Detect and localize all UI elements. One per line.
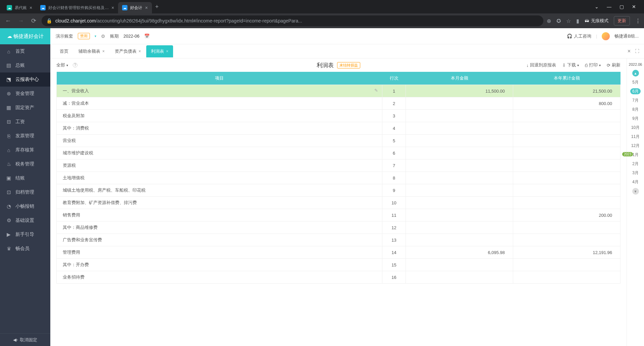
month-next-icon[interactable]: ▼ xyxy=(632,188,639,195)
nav-forward[interactable]: → xyxy=(16,17,25,24)
print-button[interactable]: ⎙ 打印 ▾ xyxy=(585,62,601,68)
month-prev-icon[interactable]: ▲ xyxy=(632,70,639,77)
month-item[interactable]: 7月 xyxy=(627,96,644,105)
month-item[interactable]: 9月 xyxy=(627,114,644,123)
sidebar-item[interactable]: ⬔ 云报表中心 xyxy=(0,72,50,87)
month-item[interactable]: 4月 xyxy=(627,178,644,187)
consult-button[interactable]: 🎧 人工咨询 xyxy=(567,33,591,39)
sidebar-unpin[interactable]: ◀▫ 取消固定 xyxy=(0,333,50,346)
refresh-button[interactable]: ⟳ 刷新 xyxy=(607,62,621,68)
table-row[interactable]: 营业税 5 xyxy=(57,135,621,147)
url-field[interactable]: 🔒 cloud2.chanjet.com/accounting/uh26t264… xyxy=(42,15,543,26)
month-item[interactable]: 2月 xyxy=(627,159,644,168)
tab-close-icon[interactable]: × xyxy=(30,5,32,10)
tab-close-icon[interactable]: × xyxy=(166,49,168,54)
month-item[interactable]: 5月 xyxy=(627,78,644,87)
user-name[interactable]: 畅捷通B组... xyxy=(614,33,639,39)
table-row[interactable]: 其中：消费税 4 xyxy=(57,122,621,135)
month-item[interactable]: 10月 xyxy=(627,123,644,132)
nav-back[interactable]: ← xyxy=(3,17,13,24)
month-item[interactable]: 3月 xyxy=(627,168,644,178)
table-row[interactable]: 其中：开办费 15 xyxy=(57,259,621,271)
account-selector[interactable]: 演示账套 xyxy=(56,33,73,39)
cell-item: 土地增值税 xyxy=(57,172,382,184)
incognito-icon: 🕶 xyxy=(585,18,589,23)
tab-close-icon[interactable]: × xyxy=(139,49,141,54)
sidebar-item[interactable]: ⊡ 归档管理 xyxy=(0,185,50,199)
calendar-icon[interactable]: 📅 xyxy=(144,34,150,39)
sidebar-item[interactable]: ⊟ 工资 xyxy=(0,115,50,129)
table-row[interactable]: 教育费附加、矿产资源补偿费、排污费 10 xyxy=(57,197,621,209)
sidebar-item[interactable]: ♨ 税务管理 xyxy=(0,157,50,171)
main-area: 演示账套 禁用 ▾ ⚙ 账期 2022-06 📅 🎧 人工咨询 | 畅捷通B组.… xyxy=(50,28,644,346)
sidebar-item[interactable]: ▣ 结账 xyxy=(0,171,50,185)
month-item[interactable]: 12月 xyxy=(627,141,644,150)
close-all-tabs-icon[interactable]: ✕ xyxy=(627,49,631,54)
page-tab[interactable]: 首页 xyxy=(55,45,73,57)
tab-close-icon[interactable]: × xyxy=(102,49,105,54)
sidebar-item[interactable]: ♛ 畅会员 xyxy=(0,242,50,256)
sidebar-item[interactable]: ⚙ 基础设置 xyxy=(0,213,50,228)
table-row[interactable]: 城镇土地使用税、房产税、车船税、印花税 9 xyxy=(57,184,621,197)
sidebar-item[interactable]: ▤ 总账 xyxy=(0,58,50,72)
table-row[interactable]: 业务招待费 16 xyxy=(57,271,621,284)
sidebar-item[interactable]: ◔ 小畅报销 xyxy=(0,199,50,213)
sidebar-item[interactable]: ⎘ 发票管理 xyxy=(0,129,50,143)
chevron-down-icon: ▾ xyxy=(599,63,601,67)
table-row[interactable]: 城市维护建设税 6 xyxy=(57,147,621,159)
month-item[interactable]: 20231月 xyxy=(627,150,644,159)
browser-menu[interactable]: ⋮ xyxy=(635,18,641,24)
table-row[interactable]: 税金及附加 3 xyxy=(57,110,621,122)
table-row[interactable]: 广告费和业务宣传费 13 xyxy=(57,234,621,246)
month-item[interactable]: 8月 xyxy=(627,105,644,114)
new-tab-button[interactable]: + xyxy=(152,3,162,10)
table-row[interactable]: 销售费用 11 200.00 xyxy=(57,209,621,221)
settings-gear-icon[interactable]: ⚙ xyxy=(101,34,105,39)
avatar[interactable] xyxy=(602,32,610,40)
tab-close-icon[interactable]: × xyxy=(145,5,148,10)
browser-tab[interactable]: ☁ 好会计财务管理软件购买价格及… × xyxy=(36,2,118,13)
nav-reload[interactable]: ⟳ xyxy=(29,17,38,24)
app-logo[interactable]: ☁ 畅捷通好会计 xyxy=(0,28,50,44)
bookmark-icon[interactable]: ☆ xyxy=(566,18,571,24)
table-row[interactable]: 其中：商品维修费 12 xyxy=(57,221,621,234)
fullscreen-icon[interactable]: ⛶ xyxy=(635,49,639,54)
table-row[interactable]: 土地增值税 8 xyxy=(57,172,621,184)
period-value[interactable]: 2022-06 xyxy=(123,34,140,39)
edit-icon[interactable]: ✎ xyxy=(374,88,378,93)
filter-all[interactable]: 全部 ▾ xyxy=(56,62,68,68)
page-tab[interactable]: 资产负债表× xyxy=(110,45,146,57)
month-item[interactable]: 6月 xyxy=(627,87,644,96)
extension-icon[interactable]: ✪ xyxy=(556,18,561,24)
help-icon[interactable]: ? xyxy=(73,63,77,67)
cell-row: 4 xyxy=(382,122,406,135)
window-maximize[interactable]: ▢ xyxy=(620,4,624,9)
window-minimize[interactable]: — xyxy=(607,4,611,9)
tab-title: 好会计财务管理软件购买价格及… xyxy=(48,5,109,11)
month-item[interactable]: 11月 xyxy=(627,132,644,141)
tab-close-icon[interactable]: × xyxy=(111,5,114,10)
sidebar-item[interactable]: ⊛ 资金管理 xyxy=(0,87,50,101)
page-tab[interactable]: 利润表× xyxy=(146,45,173,57)
table-row[interactable]: 减：营业成本 2 800.00 xyxy=(57,97,621,110)
page-tab[interactable]: 辅助余额表× xyxy=(74,45,109,57)
download-button[interactable]: ⇩ 下载 ▾ xyxy=(562,62,579,68)
rollback-button[interactable]: ↓ 回退到原报表 xyxy=(527,62,556,68)
browser-tab[interactable]: ☁ 易代账 × xyxy=(3,2,36,13)
year-label[interactable]: 2022.06 xyxy=(629,60,642,68)
table-row[interactable]: 一、营业收入✎ 1 11,500.00 21,500.00 xyxy=(57,85,621,97)
window-dropdown[interactable]: ⌄ xyxy=(595,4,599,9)
zoom-icon[interactable]: ⊕ xyxy=(547,18,551,24)
table-row[interactable]: 资源税 7 xyxy=(57,159,621,172)
account-chevron-icon[interactable]: ▾ xyxy=(95,34,96,38)
window-close[interactable]: ✕ xyxy=(632,4,636,9)
sidebar-item[interactable]: ⌂ 首页 xyxy=(0,44,50,58)
sidebar-item[interactable]: ▦ 固定资产 xyxy=(0,101,50,115)
sidebar-item[interactable]: ⌂ 库存核算 xyxy=(0,143,50,157)
browser-tab[interactable]: ☁ 好会计 × xyxy=(118,2,152,13)
update-button[interactable]: 更新 xyxy=(614,16,630,26)
sidebar-item[interactable]: ▶ 新手引导 xyxy=(0,228,50,242)
reading-list-icon[interactable]: ▮ xyxy=(576,18,579,24)
table-row[interactable]: 管理费用 14 6,095.98 12,191.96 xyxy=(57,246,621,259)
cell-month xyxy=(406,221,513,234)
